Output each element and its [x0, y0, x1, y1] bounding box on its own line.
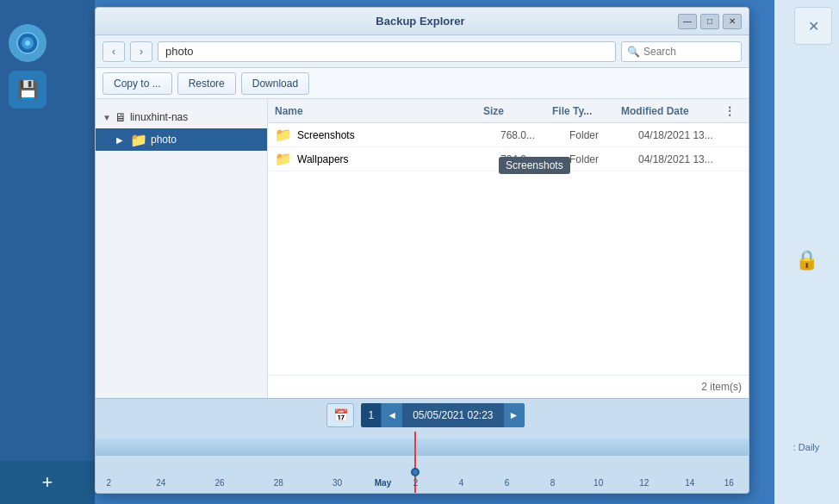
window-controls: — □ ✕ [678, 14, 742, 29]
timeline-prev-button[interactable]: ◄ [382, 403, 402, 427]
file-type-cell: Folder [569, 153, 638, 165]
close-button[interactable]: ✕ [723, 14, 742, 29]
sidebar-tree: ▼ 🖥 linuxhint-nas ▶ 📁 photo [96, 99, 268, 398]
file-size-cell: 768.0... [500, 129, 569, 141]
tl-label-24: 24 [156, 478, 165, 488]
timeline-nav: 1 ◄ 05/05/2021 02:23 ► [361, 403, 524, 427]
timeline-next-button[interactable]: ► [504, 403, 525, 427]
search-input[interactable] [643, 46, 730, 58]
tl-label-8: 8 [550, 478, 556, 488]
folder-icon-wallpapers: 📁 [275, 151, 292, 167]
nas-label: linuxhint-nas [130, 111, 188, 123]
file-date-cell: 04/18/2021 13... [638, 153, 742, 165]
folder-icon-screenshots: 📁 [275, 127, 292, 143]
tl-label-26: 26 [214, 478, 224, 488]
table-row[interactable]: 📁 Wallpapers 794.0... Folder 04/18/2021 … [268, 147, 749, 171]
file-list-header: Name Size File Ty... Modified Date ⋮ [268, 99, 749, 123]
restore-button[interactable]: Restore [177, 72, 236, 95]
window-title: Backup Explorer [163, 15, 678, 28]
file-name-cell: 📁 Wallpapers [275, 151, 500, 167]
right-panel-close[interactable]: ✕ [794, 7, 832, 45]
left-sidebar-bg: 💾 + [0, 0, 95, 504]
address-toolbar: ‹ › 🔍 [96, 35, 749, 68]
col-header-more[interactable]: ⋮ [724, 105, 742, 117]
backup-explorer-window: Backup Explorer — □ ✕ ‹ › 🔍 Copy to ... … [95, 7, 749, 494]
nas-icon: 🖥 [115, 110, 127, 124]
file-date-cell: 04/18/2021 13... [638, 129, 742, 141]
tl-label-2a: 2 [106, 478, 111, 488]
content-area: ▼ 🖥 linuxhint-nas ▶ 📁 photo Name Size Fi… [96, 99, 749, 398]
col-header-name[interactable]: Name [275, 105, 483, 117]
copy-to-button[interactable]: Copy to ... [103, 72, 172, 95]
file-type-cell: Folder [569, 129, 638, 141]
file-list-panel: Name Size File Ty... Modified Date ⋮ 📁 S… [268, 99, 749, 398]
file-name-text: Screenshots [297, 129, 355, 141]
app-icon-circle [9, 24, 47, 62]
timeline-num: 1 [361, 403, 382, 427]
svg-point-2 [25, 40, 30, 46]
backup-app-icon[interactable]: 💾 [9, 71, 47, 109]
file-name-cell: 📁 Screenshots [275, 127, 500, 143]
lock-icon: 🔒 [795, 249, 818, 271]
maximize-button[interactable]: □ [700, 14, 719, 29]
tl-label-12: 12 [639, 478, 649, 488]
tl-label-16: 16 [724, 478, 734, 488]
timeline-controls: 📅 1 ◄ 05/05/2021 02:23 ► [96, 399, 749, 432]
tl-label-may: May [375, 478, 391, 488]
tl-label-28: 28 [274, 478, 283, 488]
forward-button[interactable]: › [130, 41, 152, 62]
daily-label: : Daily [780, 442, 832, 452]
collapse-arrow-icon: ▼ [103, 113, 111, 122]
search-box[interactable]: 🔍 [621, 41, 742, 62]
tl-label-4: 4 [459, 478, 464, 488]
item-count: 2 item(s) [268, 375, 749, 398]
right-sidebar-bg: ✕ 🔒 : Daily [774, 0, 839, 504]
timeline-date: 05/05/2021 02:23 [402, 403, 503, 427]
minimize-button[interactable]: — [678, 14, 697, 29]
tl-label-2b: 2 [413, 478, 419, 488]
action-bar: Copy to ... Restore Download [96, 68, 749, 99]
close-icon: ✕ [808, 18, 819, 34]
sidebar-nas-item[interactable]: ▼ 🖥 linuxhint-nas [96, 106, 267, 128]
tl-label-10: 10 [594, 478, 603, 488]
col-header-size[interactable]: Size [483, 105, 552, 117]
tl-label-30: 30 [332, 478, 342, 488]
search-icon: 🔍 [627, 46, 640, 58]
calendar-icon: 📅 [333, 408, 348, 422]
title-bar: Backup Explorer — □ ✕ [96, 8, 749, 35]
timeline-track[interactable]: 2 24 26 28 30 May 2 4 6 8 10 12 14 16 [96, 432, 749, 493]
timeline-area: 📅 1 ◄ 05/05/2021 02:23 ► 2 24 26 [96, 398, 749, 493]
sidebar-photo-item[interactable]: ▶ 📁 photo [96, 128, 267, 151]
col-header-date[interactable]: Modified Date [621, 105, 724, 117]
download-button[interactable]: Download [241, 72, 309, 95]
table-row[interactable]: 📁 Screenshots 768.0... Folder 04/18/2021… [268, 123, 749, 147]
col-header-type[interactable]: File Ty... [552, 105, 621, 117]
tl-label-6: 6 [505, 478, 510, 488]
file-size-cell: 794.0... [500, 153, 569, 165]
expand-arrow-icon: ▶ [116, 135, 127, 145]
calendar-button[interactable]: 📅 [326, 403, 354, 427]
file-name-text: Wallpapers [297, 153, 349, 165]
tl-label-14: 14 [685, 478, 694, 488]
back-button[interactable]: ‹ [103, 41, 125, 62]
lock-icon-container: 🔒 [787, 241, 825, 279]
folder-icon: 📁 [130, 132, 147, 148]
add-button-bar[interactable]: + [0, 461, 95, 504]
add-icon: + [42, 471, 53, 494]
path-input[interactable] [158, 41, 616, 62]
photo-label: photo [151, 134, 177, 146]
